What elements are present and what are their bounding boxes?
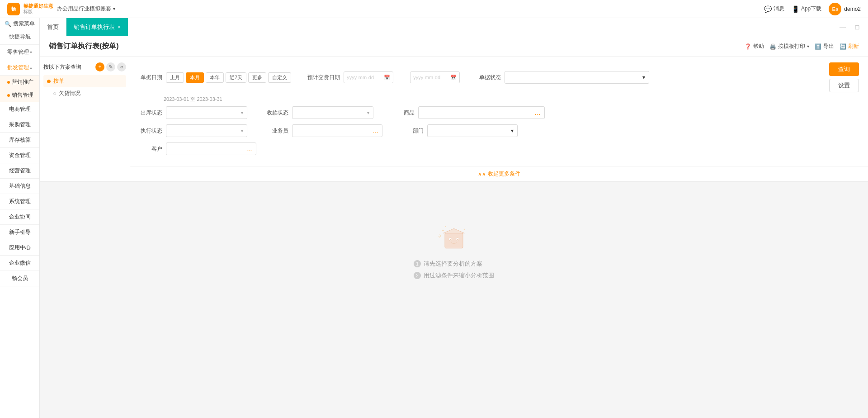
chevron-down-icon: ▾ xyxy=(807,44,809,49)
salesperson-input[interactable]: … xyxy=(292,124,382,137)
empty-illustration: ✦ ✦ ✦ xyxy=(436,218,472,254)
sidebar-item-system[interactable]: 系统管理 xyxy=(0,194,39,209)
sidebar-item-wholesale[interactable]: 批发管理 ▴ xyxy=(0,60,39,76)
payment-select[interactable]: ▾ xyxy=(292,106,373,119)
tab-home[interactable]: 首页 xyxy=(40,18,66,36)
setting-btn[interactable]: 设置 xyxy=(829,79,859,92)
scheme-icons: + ✎ « xyxy=(95,62,126,71)
sidebar-item-enterprise[interactable]: 企业协同 xyxy=(0,209,39,225)
scheme-sub-item-shortage[interactable]: 欠货情况 xyxy=(43,87,126,100)
customer-label: 客户 xyxy=(137,145,162,153)
app-logo: 畅 xyxy=(7,3,20,15)
sidebar-item-purchase[interactable]: 采购管理 xyxy=(0,117,39,133)
tab-sales-exec[interactable]: 销售订单执行表 × xyxy=(66,18,128,36)
tab-minimize-btn[interactable]: — xyxy=(837,22,848,33)
date-btn-last-month[interactable]: 上月 xyxy=(166,72,184,83)
svg-point-4 xyxy=(457,239,458,240)
dept-group: 部门 ▾ xyxy=(399,124,518,137)
industry-selector[interactable]: 办公用品行业模拟账套 ▾ xyxy=(57,5,115,13)
svg-rect-0 xyxy=(445,233,463,248)
collapse-bar[interactable]: ∧∧ 收起更多条件 xyxy=(130,166,868,181)
product-input[interactable]: … xyxy=(418,106,545,119)
expected-date-label: 预计交货日期 xyxy=(307,74,340,81)
dot-icon xyxy=(7,81,10,84)
export-btn[interactable]: ⬆️ 导出 xyxy=(815,43,834,50)
message-btn[interactable]: 💬 消息 xyxy=(764,5,784,13)
tab-close-icon[interactable]: × xyxy=(118,24,121,30)
app-sub-title: 标版 xyxy=(24,9,53,14)
sidebar-item-newbie[interactable]: 新手引导 xyxy=(0,225,39,240)
empty-state: ✦ ✦ ✦ 1 请先选择要分析的方案 2 xyxy=(40,182,868,316)
date-btn-custom[interactable]: 自定义 xyxy=(268,72,291,83)
date-btn-this-year[interactable]: 本年 xyxy=(206,72,224,83)
sidebar-item-finance[interactable]: 资金管理 xyxy=(0,148,39,163)
refresh-btn[interactable]: 🔄 刷新 xyxy=(840,43,859,50)
date-btn-this-month[interactable]: 本月 xyxy=(186,72,204,83)
scheme-edit-btn[interactable]: ✎ xyxy=(106,62,115,71)
sidebar-item-basic[interactable]: 基础信息 xyxy=(0,179,39,194)
query-action-group: 查询 设置 xyxy=(829,62,861,92)
sidebar-item-operations[interactable]: 经营管理 xyxy=(0,163,39,179)
download-icon: 📱 xyxy=(792,5,799,13)
product-input-group: … xyxy=(418,106,545,119)
calendar-icon: 📅 xyxy=(450,75,457,81)
refresh-icon: 🔄 xyxy=(840,43,846,50)
date-btn-more[interactable]: 更多 xyxy=(248,72,266,83)
sidebar-item-wechat[interactable]: 企业微信 xyxy=(0,256,39,271)
sidebar-item-retail[interactable]: 零售管理 ▾ xyxy=(0,45,39,60)
sidebar-item-member[interactable]: 畅会员 xyxy=(0,271,39,286)
filter-panel: 按以下方案查询 + ✎ « xyxy=(40,57,868,182)
sidebar-item-inventory[interactable]: 库存核算 xyxy=(0,133,39,148)
chevron-down-icon: ▾ xyxy=(30,50,32,55)
scheme-item-by-order[interactable]: 按单 xyxy=(43,75,126,87)
status-select[interactable]: ▾ xyxy=(505,71,649,84)
tab-bar-actions: — □ xyxy=(837,22,868,33)
date-btn-7days[interactable]: 近7天 xyxy=(226,72,246,83)
scheme-add-btn[interactable]: + xyxy=(95,62,104,71)
sidebar-sub-item-sales[interactable]: 销售管理 xyxy=(0,89,39,102)
avatar: Ea xyxy=(829,3,841,15)
sidebar-sub-item-promo[interactable]: 营销推广 xyxy=(0,76,39,89)
search-menu-btn[interactable]: 🔍 搜索菜单 xyxy=(0,18,39,29)
delivery-select[interactable]: ▾ xyxy=(166,106,247,119)
top-bar-left: 畅 畅捷通好生意 标版 办公用品行业模拟账套 ▾ xyxy=(7,3,115,15)
expected-date-to[interactable]: yyyy-mm-dd 📅 xyxy=(410,71,460,83)
app-name: 畅捷通好生意 xyxy=(24,3,53,9)
user-profile[interactable]: Ea demo2 xyxy=(829,3,861,15)
sidebar-item-app-center[interactable]: 应用中心 xyxy=(0,240,39,256)
status-label: 单据状态 xyxy=(476,74,501,81)
content-area: 首页 销售订单执行表 × — □ 销售订单执行表(按单) ❓ 帮助 xyxy=(40,18,868,418)
dot-icon xyxy=(7,94,10,97)
scheme-sub-dot-icon xyxy=(53,92,56,95)
print-template-btn[interactable]: 🖨️ 按模板打印 ▾ xyxy=(769,43,809,50)
date-range-display: 2023-03-01 至 2023-03-31 xyxy=(164,96,222,103)
svg-text:✦: ✦ xyxy=(442,229,444,232)
main-layout: 🔍 搜索菜单 快捷导航 零售管理 ▾ 批发管理 ▴ 营销推广 销售管理 电商管理 xyxy=(0,18,868,418)
empty-text: 1 请先选择要分析的方案 2 用过滤条件来缩小分析范围 xyxy=(414,260,494,280)
quick-nav-btn[interactable]: 快捷导航 xyxy=(0,29,39,45)
product-label: 商品 xyxy=(390,109,415,117)
expected-date-from[interactable]: yyyy-mm-dd 📅 xyxy=(344,71,393,83)
empty-step-2: 2 用过滤条件来缩小分析范围 xyxy=(414,271,494,280)
top-bar: 畅 畅捷通好生意 标版 办公用品行业模拟账套 ▾ 💬 消息 📱 App下载 Ea… xyxy=(0,0,868,18)
payment-label: 收款状态 xyxy=(264,109,288,117)
scheme-collapse-btn[interactable]: « xyxy=(117,62,126,71)
product-group: 商品 … xyxy=(390,106,545,119)
dept-select[interactable]: ▾ xyxy=(427,124,518,137)
page-header-actions: ❓ 帮助 🖨️ 按模板打印 ▾ ⬆️ 导出 🔄 刷新 xyxy=(745,43,859,50)
chevron-up-icon: ∧∧ xyxy=(478,171,486,177)
exec-select[interactable]: ▾ xyxy=(166,124,247,137)
customer-input[interactable]: … xyxy=(166,142,256,155)
filter-scheme-panel: 按以下方案查询 + ✎ « xyxy=(40,57,130,181)
sidebar-item-ecommerce[interactable]: 电商管理 xyxy=(0,102,39,117)
filter-fields: 单据日期 上月 本月 本年 近7天 更多 自定义 xyxy=(130,57,868,166)
empty-step-1: 1 请先选择要分析的方案 xyxy=(414,260,494,268)
help-btn[interactable]: ❓ 帮助 xyxy=(745,43,764,50)
dots-icon: … xyxy=(246,145,252,152)
svg-text:✦: ✦ xyxy=(463,228,465,231)
app-download-btn[interactable]: 📱 App下载 xyxy=(792,5,821,13)
query-btn[interactable]: 查询 xyxy=(829,62,859,76)
dept-label: 部门 xyxy=(399,127,424,135)
date-label: 单据日期 xyxy=(137,74,162,81)
tab-maximize-btn[interactable]: □ xyxy=(852,22,863,33)
